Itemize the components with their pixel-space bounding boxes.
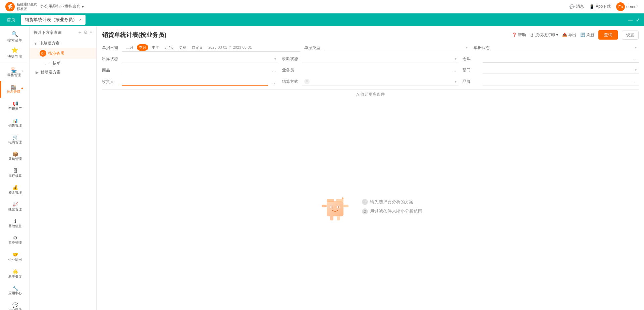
wholesale-label: 批发管理 [7, 90, 20, 94]
tree-item-salesperson[interactable]: 按 按业务员 [30, 48, 96, 59]
tab-window-controls: — ⤢ [628, 17, 641, 22]
export-icon: 📤 [562, 33, 567, 37]
sidebar-item-system[interactable]: ⚙ 系统管理 [0, 232, 29, 249]
date-btn-this-year[interactable]: 本年 [150, 44, 161, 51]
sidebar-item-operations[interactable]: 📈 经营管理 [0, 198, 29, 215]
sidebar-item-basic[interactable]: ℹ 基础信息 [0, 215, 29, 232]
filter-field-settle: 结算方式 × ▾ [282, 78, 458, 86]
dept-dropdown[interactable]: ▾ [483, 67, 639, 73]
tab-active-label: 销货单统计表（按业务员） [25, 17, 77, 23]
scheme-collapse-btn[interactable]: « [90, 30, 92, 36]
tab-home[interactable]: 首页 [3, 15, 19, 25]
status-dropdown[interactable]: ▾ [494, 44, 639, 51]
wholesale-arrow: ▲ [21, 86, 24, 90]
breadcrumb[interactable]: 办公用品行业模拟账套 ▾ [40, 4, 84, 9]
status-label: 单据状态 [474, 45, 491, 51]
sidebar-shortcut-btn[interactable]: ⭐ 快捷导航 [0, 45, 29, 61]
tabbar: 首页 销货单统计表（按业务员） × — ⤢ [0, 13, 644, 26]
date-btn-last-month[interactable]: 上月 [124, 44, 136, 51]
topbar: 畅 畅捷通好生意 标准版 办公用品行业模拟账套 ▾ 💬 消息 📱 App下载 E… [0, 0, 644, 13]
print-btn[interactable]: 🖨 按模板打印 ▾ [530, 32, 558, 38]
salesperson-label: 业务员 [282, 67, 300, 73]
sidebar-item-wholesale[interactable]: 🏬 批发管理 ▲ [0, 81, 29, 98]
sales-icon: 📊 [12, 118, 18, 123]
sidebar-item-retail[interactable]: 🏪 零售管理 ▾ [0, 64, 29, 81]
app-download-btn[interactable]: 📱 App下载 [589, 4, 611, 9]
empty-tip-1: 1 请先选择要分析的方案 [362, 199, 422, 205]
svg-rect-8 [343, 205, 348, 207]
settings-button[interactable]: 设置 [622, 31, 639, 40]
status-dropdown-icon: ▾ [635, 46, 637, 49]
sidebar-item-newbie[interactable]: 🌟 新手引导 [0, 265, 29, 282]
sidebar-item-ecommerce[interactable]: 🛒 电商管理 [0, 131, 29, 148]
out-status-dropdown[interactable]: ▾ [122, 56, 278, 62]
receiver-dots[interactable]: … [271, 79, 278, 85]
sidebar-item-inventory[interactable]: 🗄 库存核算 [0, 165, 29, 182]
newbie-icon: 🌟 [12, 269, 18, 274]
tree-subitem-order[interactable]: ⋮⋮ 按单 [30, 59, 96, 68]
filter-field-pay-status: 收款状态 ▾ [282, 56, 458, 62]
sidebar-item-enterprise[interactable]: 🤝 企业协同 [0, 249, 29, 265]
app-label: App下载 [596, 4, 611, 9]
collapse-more-btn[interactable]: ⋀ 收起更多条件 [102, 89, 639, 99]
system-label: 系统管理 [8, 241, 22, 245]
sidebar-item-finance[interactable]: 💰 资金管理 [0, 182, 29, 198]
sidebar-item-marketing[interactable]: 📢 营销推广 [0, 98, 29, 114]
sidebar-search-btn[interactable]: 🔍 搜索菜单 [0, 29, 29, 45]
report-toolbar: ❓ 帮助 🖨 按模板打印 ▾ 📤 导出 🔄 刷新 [512, 30, 639, 40]
date-btn-7days[interactable]: 近7天 [162, 44, 176, 51]
settle-dropdown[interactable]: × ▾ [302, 78, 458, 86]
filter-field-receiver: 收货人 … [102, 78, 278, 86]
user-menu[interactable]: Ea demo2 [616, 2, 639, 11]
help-label: 帮助 [518, 32, 526, 38]
scheme-tree: ▼ 电脑端方案 按 按业务员 ⋮⋮ 按单 ▶ [30, 38, 96, 78]
pay-status-dropdown[interactable]: ▾ [302, 56, 458, 62]
scheme-settings-btn[interactable]: ⚙ [84, 30, 88, 36]
sidebar-item-appstore[interactable]: 🔧 应用中心 [0, 282, 29, 299]
search-icon: 🔍 [11, 31, 18, 37]
tab-active[interactable]: 销货单统计表（按业务员） × [21, 15, 86, 25]
svg-rect-10 [330, 216, 333, 220]
dept-label: 部门 [463, 67, 480, 73]
topbar-left: 畅 畅捷通好生意 标准版 办公用品行业模拟账套 ▾ [5, 2, 84, 11]
goods-dots: … [272, 67, 276, 72]
sidebar-item-wechat[interactable]: 💬 企业微信 [0, 299, 29, 310]
query-button[interactable]: 查询 [598, 30, 618, 40]
settle-clear-btn[interactable]: × [304, 79, 310, 84]
warehouse-dropdown[interactable]: … [483, 55, 639, 63]
refresh-label: 刷新 [586, 32, 594, 38]
tree-group-mobile-header[interactable]: ▶ 移动端方案 [30, 68, 96, 77]
receiver-label: 收货人 [102, 79, 119, 85]
refresh-btn[interactable]: 🔄 刷新 [580, 32, 594, 38]
tip-text-1: 请先选择要分析的方案 [370, 199, 414, 205]
scheme-add-btn[interactable]: + [78, 30, 81, 36]
date-btn-custom[interactable]: 自定义 [190, 44, 205, 51]
export-label: 导出 [568, 32, 576, 38]
shortcut-icon: ⭐ [11, 47, 18, 53]
date-btn-more[interactable]: 更多 [177, 44, 189, 51]
type-dropdown[interactable]: ▾ [324, 44, 470, 51]
export-btn[interactable]: 📤 导出 [562, 32, 576, 38]
sidebar-item-purchase[interactable]: 📦 采购管理 [0, 148, 29, 165]
date-label: 单据日期 [102, 45, 119, 51]
tip-num-1: 1 [362, 199, 368, 205]
tree-group-desktop-header[interactable]: ▼ 电脑端方案 [30, 39, 96, 48]
sidebar-item-sales[interactable]: 📊 销售管理 [0, 114, 29, 131]
wholesale-icon: 🏬 [10, 84, 16, 90]
tab-close-icon[interactable]: × [79, 17, 82, 22]
message-btn[interactable]: 💬 消息 [570, 4, 584, 9]
username: demo2 [626, 4, 639, 9]
help-icon: ❓ [512, 33, 517, 37]
operations-icon: 📈 [12, 202, 18, 207]
empty-illustration: ✦ [318, 190, 352, 224]
filter-row-2: 出库状态 ▾ 收款状态 ▾ 仓库 [102, 55, 639, 63]
brand-dots: … [632, 79, 637, 84]
tree-item-salesperson-icon: 按 [40, 50, 46, 57]
date-btn-this-month[interactable]: 本月 [137, 44, 148, 51]
newbie-label: 新手引导 [8, 274, 22, 279]
maximize-icon[interactable]: ⤢ [636, 17, 640, 22]
minimize-icon[interactable]: — [628, 17, 633, 22]
print-arrow-icon: ▾ [556, 33, 558, 37]
help-btn[interactable]: ❓ 帮助 [512, 32, 526, 38]
receiver-input[interactable] [122, 78, 268, 86]
